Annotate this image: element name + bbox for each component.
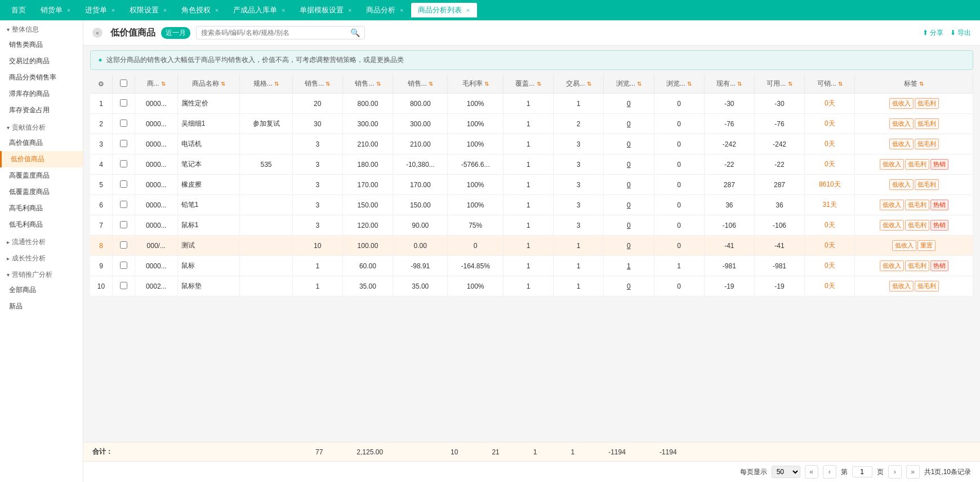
nav-sales-close[interactable]: × [67,7,70,14]
cell-views1[interactable]: 0 [604,276,654,297]
sidebar-item-all-products[interactable]: 全部商品 [0,282,83,298]
sidebar-collapse-button[interactable]: « [92,28,103,38]
cell-views1[interactable]: 1 [604,256,654,276]
nav-product-analysis[interactable]: 商品分析 × [359,3,410,17]
th-checkbox[interactable] [113,74,135,94]
row-checkbox[interactable] [120,201,127,208]
cell-views1[interactable]: 0 [604,134,654,154]
sidebar-item-sales-products[interactable]: 销售类商品 [0,37,83,53]
th-views2[interactable]: 浏览... ⇅ [654,74,704,94]
search-input[interactable] [201,29,350,37]
nav-product-entry[interactable]: 产成品入库单 × [226,3,292,17]
sidebar-group-overall[interactable]: ▾ 整体信息 [0,20,83,37]
cell-views1[interactable]: 0 [604,114,654,134]
th-sales-amount[interactable]: 销售... ⇅ [393,74,448,94]
filter-tag-recent-month[interactable]: 近一月 [161,27,190,39]
row-checkbox[interactable] [120,180,127,188]
nav-permissions-close[interactable]: × [163,7,167,14]
cell-checkbox[interactable] [113,215,135,236]
nav-product-analysis-close[interactable]: × [400,7,403,14]
cell-checkbox[interactable] [113,236,135,256]
th-name[interactable]: 商品名称 ⇅ [177,74,240,94]
page-size-select[interactable]: 50 100 200 [772,466,800,478]
nav-sales[interactable]: 销货单 × [34,3,77,17]
sidebar-item-category-sales[interactable]: 商品分类销售率 [0,69,83,86]
nav-roles-close[interactable]: × [215,7,219,14]
nav-roles[interactable]: 角色授权 × [175,3,225,17]
sidebar-item-high-value[interactable]: 高价值商品 [0,135,83,151]
nav-product-entry-close[interactable]: × [282,7,285,14]
cell-coverage: 1 [503,154,553,175]
nav-template-close[interactable]: × [348,7,351,14]
nav-permissions[interactable]: 权限设置 × [123,3,173,17]
sidebar-group-contribution[interactable]: ▾ 贡献值分析 [0,118,83,135]
sidebar-item-traded[interactable]: 交易过的商品 [0,53,83,69]
cell-checkbox[interactable] [113,114,135,134]
export-button[interactable]: ⬇ 导出 [950,28,971,38]
cell-checkbox[interactable] [113,134,135,154]
cell-views1[interactable]: 0 [604,154,654,175]
sidebar-group-circulation[interactable]: ▸ 流通性分析 [0,233,83,249]
cell-checkbox[interactable] [113,175,135,195]
th-sales-qty[interactable]: 销售... ⇅ [292,74,342,94]
row-checkbox[interactable] [120,241,127,249]
nav-product-analysis-list[interactable]: 商品分析列表 × [411,3,476,17]
nav-product-analysis-list-close[interactable]: × [466,7,470,14]
sidebar-item-low-margin[interactable]: 低毛利商品 [0,216,83,233]
sidebar-item-capital[interactable]: 库存资金占用 [0,102,83,118]
row-checkbox[interactable] [120,99,127,107]
nav-purchase-close[interactable]: × [112,7,115,14]
first-page-button[interactable]: « [805,465,818,479]
row-checkbox[interactable] [120,120,127,127]
th-spec[interactable]: 规格... ⇅ [240,74,292,94]
row-checkbox[interactable] [120,262,127,269]
sidebar-item-low-value[interactable]: 低价值商品 [0,151,83,167]
search-icon[interactable]: 🔍 [350,28,360,37]
sidebar-item-stagnant[interactable]: 滞库存的商品 [0,86,83,102]
cell-views1[interactable]: 0 [604,236,654,256]
cell-views1[interactable]: 0 [604,94,654,114]
th-current-stock[interactable]: 现有... ⇅ [704,74,754,94]
nav-purchase[interactable]: 进货单 × [78,3,122,17]
sidebar-group-marketing[interactable]: ▾ 营销推广分析 [0,266,83,282]
th-coverage[interactable]: 覆盖... ⇅ [503,74,553,94]
row-checkbox[interactable] [120,221,127,228]
tag-badge: 低收入 [880,220,904,231]
th-settings[interactable]: ⚙ [90,74,113,94]
cell-checkbox[interactable] [113,94,135,114]
row-checkbox[interactable] [120,140,127,147]
th-views1[interactable]: 浏览... ⇅ [604,74,654,94]
cell-checkbox[interactable] [113,154,135,175]
th-sales-price[interactable]: 销售... ⇅ [342,74,393,94]
sidebar-item-low-coverage[interactable]: 低覆盖度商品 [0,184,83,200]
cell-checkbox[interactable] [113,195,135,215]
next-page-button[interactable]: › [888,465,902,479]
nav-template[interactable]: 单据模板设置 × [293,3,358,17]
cell-checkbox[interactable] [113,276,135,297]
last-page-button[interactable]: » [906,465,920,479]
nav-home[interactable]: 首页 [5,3,33,17]
th-available[interactable]: 可用... ⇅ [754,74,804,94]
select-all-checkbox[interactable] [120,79,127,87]
row-checkbox[interactable] [120,160,127,167]
th-tags[interactable]: 标签 ⇅ [855,74,973,94]
table-wrapper[interactable]: ⚙ 商... ⇅ 商品名称 ⇅ 规格... ⇅ 销售... ⇅ 销售... ⇅ … [90,74,973,442]
cell-views1[interactable]: 0 [604,215,654,236]
row-checkbox[interactable] [120,282,127,289]
page-number-input[interactable] [852,466,872,477]
th-gross-margin[interactable]: 毛利率 ⇅ [448,74,503,94]
share-button[interactable]: ⬆ 分享 [923,28,943,38]
th-sellable[interactable]: 可销... ⇅ [805,74,855,94]
prev-page-button[interactable]: ‹ [823,465,836,479]
cell-checkbox[interactable] [113,256,135,276]
cell-views1[interactable]: 0 [604,175,654,195]
th-transactions[interactable]: 交易... ⇅ [554,74,604,94]
cell-sales-qty: 10 [292,236,342,256]
th-code[interactable]: 商... ⇅ [135,74,177,94]
cell-views1[interactable]: 0 [604,195,654,215]
sidebar-item-new-products[interactable]: 新品 [0,298,83,315]
sidebar-group-growth[interactable]: ▸ 成长性分析 [0,249,83,266]
sidebar-item-high-coverage[interactable]: 高覆盖度商品 [0,167,83,184]
cell-coverage: 1 [503,236,553,256]
sidebar-item-high-margin[interactable]: 高毛利商品 [0,200,83,216]
